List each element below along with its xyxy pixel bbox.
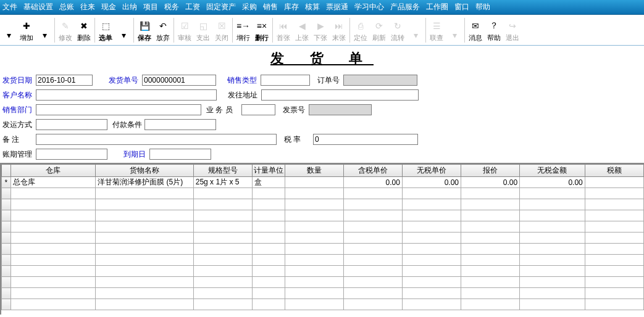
shipmode-input[interactable] <box>36 119 107 130</box>
grid-cell[interactable] <box>343 244 402 255</box>
grid-cell[interactable] <box>461 244 519 255</box>
row-header[interactable] <box>2 244 11 255</box>
grid-cell[interactable] <box>585 221 643 233</box>
row-header[interactable] <box>2 221 11 233</box>
grid-cell[interactable]: 盒 <box>252 177 285 188</box>
grid-cell[interactable] <box>402 221 461 233</box>
grid-cell[interactable] <box>520 199 585 210</box>
menu-item[interactable]: 文件 <box>2 2 17 12</box>
grid-cell[interactable] <box>285 233 343 244</box>
grid-cell[interactable] <box>402 266 461 277</box>
grid-cell[interactable] <box>96 188 194 199</box>
grid-cell[interactable] <box>343 277 402 288</box>
toolbar-button[interactable]: ▾ <box>36 17 53 44</box>
menu-item[interactable]: 销售 <box>263 2 278 12</box>
menu-item[interactable]: 工资 <box>185 2 200 12</box>
grid-cell[interactable] <box>252 277 285 288</box>
grid-cell[interactable] <box>252 221 285 233</box>
grid-cell[interactable] <box>520 210 585 221</box>
menu-item[interactable]: 帮助 <box>475 2 490 12</box>
grid-cell[interactable] <box>252 210 285 221</box>
toolbar-button[interactable]: ▾ <box>0 17 17 44</box>
toolbar-button[interactable]: 💾保存 <box>135 17 154 44</box>
grid-cell[interactable] <box>193 188 252 199</box>
grid-cell[interactable] <box>10 255 95 266</box>
menu-item[interactable]: 出纳 <box>122 2 137 12</box>
grid-cell[interactable] <box>343 255 402 266</box>
grid-cell[interactable] <box>402 299 461 310</box>
grid-cell[interactable] <box>252 188 285 199</box>
column-header[interactable]: 无税单价 <box>402 165 461 177</box>
toolbar-button[interactable]: ✚增加 <box>17 17 36 44</box>
grid-cell[interactable] <box>10 210 95 221</box>
row-header[interactable] <box>2 288 11 299</box>
grid-cell[interactable] <box>10 288 95 299</box>
row-header[interactable] <box>2 188 11 199</box>
column-header[interactable]: 税额 <box>585 165 643 177</box>
menu-item[interactable]: 核算 <box>305 2 320 12</box>
row-header[interactable] <box>2 255 11 266</box>
grid-cell[interactable] <box>252 199 285 210</box>
grid-cell[interactable] <box>252 255 285 266</box>
grid-cell[interactable] <box>402 188 461 199</box>
grid-cell[interactable] <box>402 244 461 255</box>
grid-cell[interactable] <box>585 199 643 210</box>
taxrate-input[interactable] <box>313 134 418 145</box>
grid-cell[interactable] <box>520 299 585 310</box>
grid-cell[interactable] <box>585 255 643 266</box>
menu-item[interactable]: 票据通 <box>326 2 348 12</box>
payterm-input[interactable] <box>144 119 216 130</box>
shipaddr-input[interactable] <box>261 89 419 101</box>
grid-cell[interactable] <box>402 210 461 221</box>
grid-cell[interactable] <box>585 299 643 310</box>
row-header[interactable] <box>2 266 11 277</box>
row-header[interactable]: * <box>2 177 11 188</box>
grid-cell[interactable] <box>193 221 252 233</box>
grid-cell[interactable] <box>461 210 519 221</box>
column-header[interactable]: 无税金额 <box>520 165 585 177</box>
row-header[interactable] <box>2 233 11 244</box>
grid-cell[interactable] <box>10 188 95 199</box>
column-header[interactable]: 报价 <box>461 165 519 177</box>
grid-cell[interactable] <box>343 210 402 221</box>
grid-cell[interactable] <box>96 299 194 310</box>
toolbar-button[interactable]: ？帮助 <box>485 17 503 44</box>
grid-cell[interactable] <box>96 221 194 233</box>
row-header[interactable] <box>2 299 11 310</box>
grid-cell[interactable] <box>10 221 95 233</box>
grid-cell[interactable] <box>461 288 519 299</box>
row-header[interactable] <box>2 210 11 221</box>
toolbar-button[interactable]: ▾ <box>115 17 132 44</box>
grid-cell[interactable] <box>10 299 95 310</box>
grid-cell[interactable] <box>252 244 285 255</box>
grid-cell[interactable] <box>285 244 343 255</box>
grid-cell[interactable] <box>461 266 519 277</box>
menu-item[interactable]: 税务 <box>164 2 179 12</box>
grid-cell[interactable] <box>193 199 252 210</box>
row-header[interactable] <box>2 277 11 288</box>
remark-input[interactable] <box>36 134 277 145</box>
grid-cell[interactable] <box>461 277 519 288</box>
grid-cell[interactable] <box>520 244 585 255</box>
grid-cell[interactable] <box>193 266 252 277</box>
grid-cell[interactable] <box>585 277 643 288</box>
grid-cell[interactable] <box>402 199 461 210</box>
clerk-input[interactable] <box>241 104 275 115</box>
toolbar-button[interactable]: ≡→增行 <box>234 17 253 44</box>
dept-input[interactable] <box>36 104 201 115</box>
grid-cell[interactable] <box>10 233 95 244</box>
menu-item[interactable]: 工作圈 <box>426 2 448 12</box>
grid-cell[interactable] <box>285 255 343 266</box>
grid-cell[interactable] <box>343 221 402 233</box>
grid-cell[interactable]: 0.00 <box>343 177 402 188</box>
grid-cell[interactable] <box>285 210 343 221</box>
grid-cell[interactable] <box>193 255 252 266</box>
grid-cell[interactable] <box>285 177 343 188</box>
grid-cell[interactable] <box>520 288 585 299</box>
due-input[interactable] <box>149 149 211 160</box>
customer-input[interactable] <box>36 89 217 101</box>
grid-cell[interactable] <box>10 277 95 288</box>
grid-cell[interactable] <box>520 221 585 233</box>
grid-cell[interactable] <box>193 277 252 288</box>
grid-cell[interactable] <box>343 188 402 199</box>
